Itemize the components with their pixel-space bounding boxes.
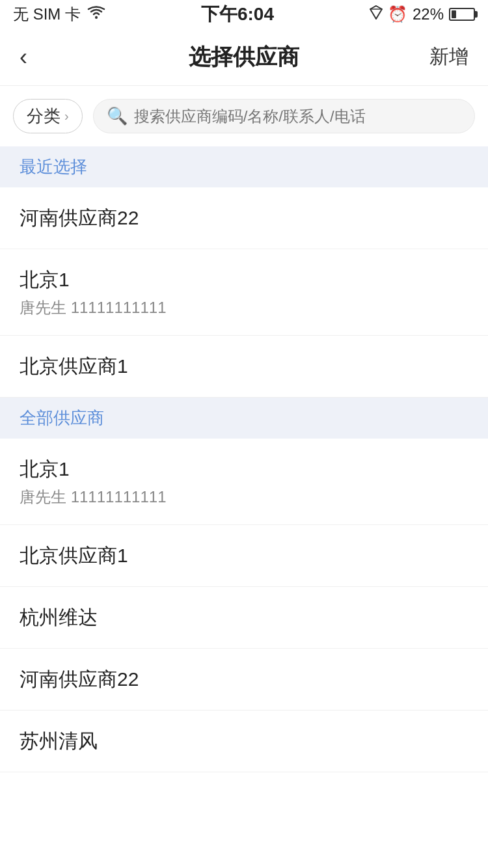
list-item[interactable]: 北京供应商1	[0, 336, 488, 398]
item-name: 河南供应商22	[20, 666, 468, 693]
item-name: 苏州清风	[20, 727, 468, 755]
status-bar: 无 SIM 卡 下午6:04 ⏰ 22%	[0, 0, 488, 29]
nav-bar: ‹ 选择供应商 新增	[0, 29, 488, 86]
battery-icon	[449, 8, 475, 21]
list-item[interactable]: 河南供应商22	[0, 187, 488, 249]
item-name: 北京供应商1	[20, 542, 468, 569]
search-box[interactable]: 🔍	[93, 99, 475, 133]
alarm-icon: ⏰	[388, 5, 407, 23]
search-icon: 🔍	[107, 106, 128, 126]
back-button[interactable]: ‹	[20, 44, 72, 71]
location-icon	[370, 5, 383, 23]
item-sub: 唐先生 11111111111	[20, 487, 468, 508]
sections-container: 最近选择河南供应商22北京1唐先生 11111111111北京供应商1全部供应商…	[0, 146, 488, 772]
status-left: 无 SIM 卡	[13, 4, 105, 25]
page-title: 选择供应商	[189, 42, 299, 72]
chevron-right-icon: ›	[64, 109, 69, 124]
svg-point-0	[95, 16, 98, 19]
category-button[interactable]: 分类 ›	[13, 99, 83, 133]
list-item[interactable]: 苏州清风	[0, 711, 488, 772]
item-name: 杭州维达	[20, 604, 468, 631]
item-name: 北京供应商1	[20, 353, 468, 380]
item-name: 北京1	[20, 455, 468, 483]
search-input[interactable]	[134, 107, 461, 126]
item-name: 河南供应商22	[20, 204, 468, 232]
battery-percent: 22%	[413, 5, 444, 23]
section-header-all: 全部供应商	[0, 398, 488, 439]
new-action-button[interactable]: 新增	[416, 44, 468, 70]
status-time: 下午6:04	[201, 2, 274, 27]
list-item[interactable]: 河南供应商22	[0, 649, 488, 711]
item-name: 北京1	[20, 266, 468, 293]
sim-status: 无 SIM 卡	[13, 4, 81, 25]
status-right: ⏰ 22%	[370, 5, 475, 23]
section-header-recent: 最近选择	[0, 146, 488, 187]
list-item[interactable]: 北京供应商1	[0, 525, 488, 587]
category-label: 分类	[27, 105, 61, 128]
filter-bar: 分类 › 🔍	[0, 86, 488, 146]
list-item[interactable]: 北京1唐先生 11111111111	[0, 439, 488, 525]
list-item[interactable]: 北京1唐先生 11111111111	[0, 249, 488, 336]
item-sub: 唐先生 11111111111	[20, 297, 468, 318]
wifi-icon	[87, 5, 105, 23]
list-item[interactable]: 杭州维达	[0, 587, 488, 649]
